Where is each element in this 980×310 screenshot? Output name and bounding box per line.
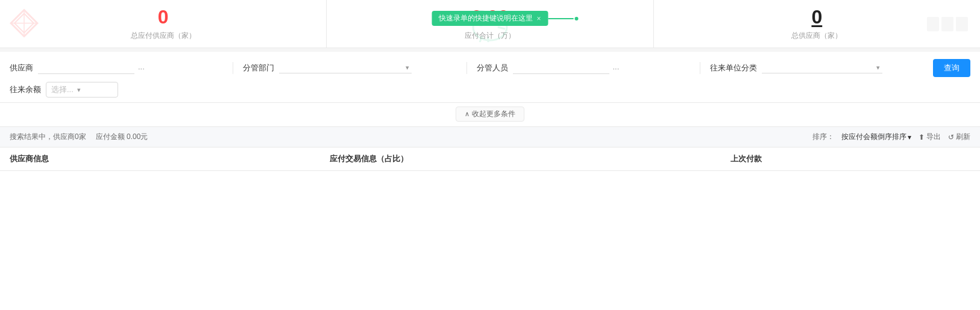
filter-section: 供应商 ··· 分管部门 ▾ 分管人员 ··· 往来单位分类 ▾ xyxy=(0,52,980,103)
divider-2 xyxy=(466,62,467,74)
category-chevron-icon: ▾ xyxy=(876,64,880,72)
supplier-more-btn[interactable]: ··· xyxy=(134,64,148,73)
collapse-btn-label: 收起更多条件 xyxy=(472,109,515,119)
person-label: 分管人员 xyxy=(477,63,508,73)
svg-line-7 xyxy=(498,27,505,29)
quick-shortcut-tooltip: 快速录单的快捷键说明在这里 × xyxy=(432,11,548,26)
person-filter: 分管人员 ··· xyxy=(477,62,690,74)
supplier-input[interactable] xyxy=(38,62,134,74)
refresh-label: 刷新 xyxy=(956,132,970,142)
divider-1 xyxy=(233,62,233,74)
supplier-label: 供应商 xyxy=(10,63,33,73)
stats-bar: 0 总应付供应商（家） 快速录单的快捷键说明在这里 × xyxy=(0,0,980,48)
collapse-bar: ∧ 收起更多条件 xyxy=(0,103,980,127)
diamond-bg-icon xyxy=(10,8,39,37)
col-header-transaction-info: 应付交易信息（占比） xyxy=(330,153,730,164)
department-filter: 分管部门 ▾ xyxy=(243,63,456,73)
total-suppliers-number: 0 xyxy=(811,7,822,28)
amount-summary: 应付金额 0.00元 xyxy=(96,132,148,142)
filter-row-1: 供应商 ··· 分管部门 ▾ 分管人员 ··· 往来单位分类 ▾ xyxy=(10,59,970,77)
payable-suppliers-number: 0 xyxy=(158,7,169,28)
total-suppliers-label: 总供应商（家） xyxy=(791,31,842,41)
category-filter: 往来单位分类 ▾ xyxy=(710,63,923,73)
category-label: 往来单位分类 xyxy=(710,63,757,73)
balance-label: 往来余额 xyxy=(10,84,41,95)
person-more-btn[interactable]: ··· xyxy=(609,64,623,73)
filter-row-2: 往来余额 选择... ▾ xyxy=(10,82,970,98)
table-section: 供应商信息 应付交易信息（占比） 上次付款 xyxy=(0,147,980,310)
collapse-conditions-btn[interactable]: ∧ 收起更多条件 xyxy=(456,107,524,122)
stat-total-suppliers: 0 总供应商（家） xyxy=(654,0,980,48)
department-select[interactable]: ▾ xyxy=(279,63,412,73)
payable-suppliers-label: 总应付供应商（家） xyxy=(131,31,196,41)
category-select[interactable]: ▾ xyxy=(762,63,882,73)
sort-chevron-icon: ▾ xyxy=(908,133,911,141)
sort-select[interactable]: 按应付会额倒序排序 ▾ xyxy=(841,132,911,142)
collapse-arrow-icon: ∧ xyxy=(465,110,470,118)
query-button[interactable]: 查询 xyxy=(933,59,970,77)
balance-chevron-icon: ▾ xyxy=(77,86,81,94)
balance-placeholder: 选择... xyxy=(51,84,74,95)
export-label: 导出 xyxy=(926,132,941,142)
results-bar: 搜索结果中，供应商0家 应付金额 0.00元 排序： 按应付会额倒序排序 ▾ ⬆… xyxy=(0,127,980,147)
col-header-supplier-info: 供应商信息 xyxy=(10,153,330,164)
divider-3 xyxy=(700,62,700,74)
refresh-btn[interactable]: ↺ 刷新 xyxy=(948,132,970,142)
person-input[interactable] xyxy=(513,62,609,74)
col-header-last-payment: 上次付款 xyxy=(730,153,971,164)
department-chevron-icon: ▾ xyxy=(406,64,409,72)
tooltip-close-btn[interactable]: × xyxy=(536,14,541,23)
results-actions: 排序： 按应付会额倒序排序 ▾ ⬆ 导出 ↺ 刷新 xyxy=(812,132,970,142)
balance-select[interactable]: 选择... ▾ xyxy=(46,82,118,98)
table-header: 供应商信息 应付交易信息（占比） 上次付款 xyxy=(0,147,980,171)
export-icon: ⬆ xyxy=(919,133,925,141)
tooltip-text: 快速录单的快捷键说明在这里 xyxy=(439,13,533,23)
export-btn[interactable]: ⬆ 导出 xyxy=(919,132,941,142)
stat-payable-suppliers: 0 总应付供应商（家） xyxy=(0,0,327,48)
sort-prefix: 排序： xyxy=(812,132,834,142)
department-label: 分管部门 xyxy=(243,63,274,73)
table-body xyxy=(0,171,980,310)
results-summary: 搜索结果中，供应商0家 应付金额 0.00元 xyxy=(10,132,148,142)
supplier-filter: 供应商 ··· xyxy=(10,62,223,74)
balance-filter: 往来余额 选择... ▾ xyxy=(10,82,118,98)
sort-value: 按应付会额倒序排序 xyxy=(841,132,906,142)
supplier-count-summary: 搜索结果中，供应商0家 xyxy=(10,132,86,142)
stat-payable-total: 快速录单的快捷键说明在这里 × 0.00 应付合计（万） xyxy=(327,0,653,48)
refresh-icon: ↺ xyxy=(948,133,954,141)
